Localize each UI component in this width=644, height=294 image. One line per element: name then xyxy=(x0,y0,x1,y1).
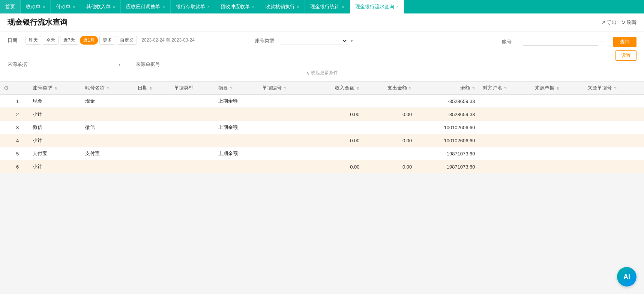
cell-counterpart xyxy=(479,134,531,147)
source-doc-no-label: 来源单据号 xyxy=(136,61,160,68)
cell-account-type: 支付宝 xyxy=(29,147,81,160)
sort-icon: ⇅ xyxy=(614,87,617,90)
cell-income: 0.00 xyxy=(311,108,363,121)
column-source-doc[interactable]: 来源单据 ⇅ xyxy=(531,82,584,95)
gear-icon[interactable]: ⚙ xyxy=(4,85,9,91)
column-index xyxy=(12,82,29,95)
nav-other-income[interactable]: 其他收入单 × xyxy=(81,0,121,13)
cell-counterpart xyxy=(479,147,531,160)
top-navigation: 首页 收款单 × 付款单 × 其他收入单 × 应收应付调整单 × 银行存取款单 … xyxy=(0,0,644,13)
cell-income: 0.00 xyxy=(311,160,363,173)
cell-date xyxy=(134,95,170,108)
sort-icon: ⇅ xyxy=(230,87,233,90)
source-doc-label: 来源单据 xyxy=(8,61,27,68)
cell-income xyxy=(311,121,363,134)
close-icon[interactable]: × xyxy=(297,4,299,9)
column-balance[interactable]: 余额 ⇅ xyxy=(416,82,479,95)
column-gear: ⚙ xyxy=(0,82,12,95)
date-today[interactable]: 今天 xyxy=(43,36,59,45)
close-icon[interactable]: × xyxy=(252,4,254,9)
column-account-type[interactable]: 账号类型 ⇅ xyxy=(29,82,81,95)
account-input[interactable] xyxy=(523,38,598,46)
nav-receipt[interactable]: 收款单 × xyxy=(21,0,51,13)
close-icon[interactable]: × xyxy=(43,4,45,9)
cell-source-doc xyxy=(531,147,584,160)
column-expense[interactable]: 支出金额 ⇅ xyxy=(363,82,416,95)
account-type-select[interactable] xyxy=(280,37,348,45)
cell-account-name xyxy=(81,134,134,147)
date-7days[interactable]: 近7天 xyxy=(60,36,78,45)
page-header: 现金银行流水查询 ↗ 导出 ↻ 刷新 xyxy=(0,13,644,31)
nav-cash-flow-query[interactable]: 现金银行流水查询 × xyxy=(350,0,404,13)
source-doc-no-field: 来源单据号 xyxy=(136,61,279,68)
sort-icon: ⇅ xyxy=(504,87,507,90)
cell-summary: 上期余额 xyxy=(215,121,258,134)
export-icon: ↗ xyxy=(601,19,605,25)
nav-advance-offset[interactable]: 预收冲应收单 × xyxy=(215,0,260,13)
collapse-filter-bar[interactable]: ∧ 收起更多条件 xyxy=(8,68,636,78)
settings-button[interactable]: 设置 xyxy=(615,50,636,61)
account-type-label: 账号类型 xyxy=(255,37,274,44)
nav-collection-exec[interactable]: 收款核销执行 × xyxy=(260,0,305,13)
cell-balance: 100102606.60 xyxy=(416,121,479,134)
nav-payment[interactable]: 付款单 × xyxy=(51,0,81,13)
cell-gear xyxy=(0,160,12,173)
more-options-icon[interactable]: ··· xyxy=(601,39,606,45)
cell-source-doc-no xyxy=(584,160,644,173)
cell-source-doc xyxy=(531,160,584,173)
account-label: 账号 xyxy=(502,39,517,45)
table-header-row: ⚙ 账号类型 ⇅ 账号名称 ⇅ 日期 ⇅ 单据类型 xyxy=(0,82,644,95)
nav-cash-stats[interactable]: 现金银行统计 × xyxy=(305,0,350,13)
column-doc-no[interactable]: 单据编号 ⇅ xyxy=(258,82,311,95)
date-custom[interactable]: 自定义 xyxy=(117,36,137,45)
nav-home[interactable]: 首页 xyxy=(0,0,21,13)
close-icon[interactable]: × xyxy=(207,4,210,9)
nav-bank-deposit[interactable]: 银行存取款单 × xyxy=(171,0,215,13)
close-icon[interactable]: × xyxy=(73,4,75,9)
cell-summary xyxy=(215,134,258,147)
date-range-display: 2023-02-24 至 2023-03-24 xyxy=(141,37,194,43)
close-icon[interactable]: × xyxy=(342,4,344,9)
cell-index: 6 xyxy=(12,160,29,173)
cell-index: 5 xyxy=(12,147,29,160)
close-icon[interactable]: × xyxy=(396,4,399,9)
cell-account-type: 小计 xyxy=(29,134,81,147)
cell-doc-no xyxy=(258,95,311,108)
date-1month[interactable]: 近1月 xyxy=(80,36,98,45)
table-row: 5支付宝支付宝上期余额19871073.60 xyxy=(0,147,644,160)
cell-account-type: 微信 xyxy=(29,121,81,134)
sort-icon: ⇅ xyxy=(409,87,412,90)
date-yesterday[interactable]: 昨天 xyxy=(26,36,41,45)
column-doc-type: 单据类型 xyxy=(170,82,214,95)
cell-date xyxy=(134,121,170,134)
column-income[interactable]: 收入金额 ⇅ xyxy=(311,82,363,95)
column-date[interactable]: 日期 ⇅ xyxy=(134,82,170,95)
cell-summary: 上期余额 xyxy=(215,147,258,160)
nav-ar-adjustment[interactable]: 应收应付调整单 × xyxy=(121,0,170,13)
refresh-button[interactable]: ↻ 刷新 xyxy=(621,19,636,26)
table-row: 3微信微信上期余额100102606.60 xyxy=(0,121,644,134)
cell-source-doc-no xyxy=(584,95,644,108)
cell-account-name: 微信 xyxy=(81,121,134,134)
cell-index: 1 xyxy=(12,95,29,108)
cell-doc-type xyxy=(170,108,214,121)
query-button[interactable]: 查询 xyxy=(613,37,636,47)
cell-doc-type xyxy=(170,121,214,134)
source-doc-input[interactable] xyxy=(33,61,116,68)
cell-gear xyxy=(0,121,12,134)
date-more[interactable]: 更多 xyxy=(99,36,115,45)
table-row: 6小计0.000.0019871073.60 xyxy=(0,160,644,173)
cell-doc-no xyxy=(258,134,311,147)
export-button[interactable]: ↗ 导出 xyxy=(601,19,617,26)
table-row: 1现金现金上期余额-3528659.33 xyxy=(0,95,644,108)
cell-expense: 0.00 xyxy=(363,108,416,121)
close-icon[interactable]: × xyxy=(162,4,165,9)
column-summary[interactable]: 摘要 ⇅ xyxy=(215,82,258,95)
source-doc-no-input[interactable] xyxy=(166,61,279,68)
column-source-doc-no[interactable]: 来源单据号 ⇅ xyxy=(584,82,644,95)
column-counterpart[interactable]: 对方户名 ⇅ xyxy=(479,82,531,95)
cell-account-name: 现金 xyxy=(81,95,134,108)
column-account-name[interactable]: 账号名称 ⇅ xyxy=(81,82,134,95)
close-icon[interactable]: × xyxy=(113,4,115,9)
refresh-icon: ↻ xyxy=(621,19,625,25)
